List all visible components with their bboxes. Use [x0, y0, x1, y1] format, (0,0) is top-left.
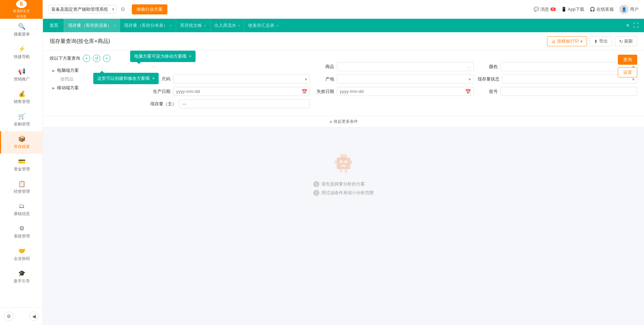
phone-icon: 📱: [561, 7, 567, 12]
sidebar-item-label: 搜索菜单: [14, 32, 30, 37]
filter-row-4: 现存量（主）: [150, 99, 637, 108]
collapse-btn[interactable]: ∧ 收起更多条件: [329, 119, 358, 124]
origin-select[interactable]: [337, 74, 474, 84]
sidebar-item-sales[interactable]: 💰 销售管理: [0, 86, 43, 109]
goods-input[interactable]: [337, 62, 474, 71]
sidebar-item-system[interactable]: ⚙ 系统管理: [0, 221, 43, 243]
filter-field-origin: 产地: [314, 74, 474, 84]
system-selector-wrapper: 装备及固定资产辅助管理系统: [48, 5, 116, 13]
add-scheme-btn[interactable]: +: [83, 55, 90, 62]
exp-date-input[interactable]: [337, 87, 474, 96]
header: 装备及固定资产辅助管理系统 ⚙ 体验行业方案 💬 消息 6 📱 App下载 🎧 …: [43, 0, 644, 19]
operation-icon: 📋: [18, 180, 25, 187]
tab-inventory-dist[interactable]: 现存量（库存分布表） ×: [120, 19, 176, 32]
app-download-btn[interactable]: 📱 App下载: [561, 6, 584, 12]
refresh-label: 刷新: [624, 38, 633, 44]
fullscreen-btn[interactable]: ⛶: [632, 21, 640, 30]
size-select-wrapper: [173, 74, 310, 84]
calendar-icon[interactable]: 📅: [302, 89, 307, 94]
sidebar-item-quick[interactable]: ⚡ 快捷导航: [0, 41, 43, 64]
refresh-btn[interactable]: ↻ 刷新: [615, 36, 637, 46]
svg-rect-6: [350, 160, 352, 164]
filter-field-color: 颜色: [478, 62, 637, 71]
online-service-btn[interactable]: 🎧 在线客服: [590, 6, 614, 12]
tab-close-icon[interactable]: ×: [114, 24, 116, 28]
tab-inout-flow[interactable]: 出入库流水 ×: [210, 19, 244, 32]
qty-input-wrapper: [179, 99, 310, 108]
back-btn[interactable]: «: [103, 55, 110, 62]
filter-field-qty: 现存量（主）: [150, 99, 310, 108]
user-btn[interactable]: 👤 用户: [619, 5, 639, 14]
sidebar-item-guide[interactable]: 🎓 新手引导: [0, 266, 43, 288]
sidebar-item-label: 采购管理: [14, 121, 30, 127]
sidebar-logo: 6 畅通好生意 标准版: [0, 0, 43, 19]
hint-text-2: 用过滤条件来缩小分析范围: [321, 188, 374, 197]
notification-label: 消息: [540, 6, 549, 12]
tab-inventory-batch[interactable]: 库存批次账 ×: [176, 19, 210, 32]
tab-summary[interactable]: 收发存汇总表 ×: [244, 19, 282, 32]
user-label: 用户: [630, 6, 639, 12]
sidebar-item-finance[interactable]: 💳 资金管理: [0, 154, 43, 176]
tab-home[interactable]: 首页: [44, 19, 64, 32]
sidebar-item-label: 快捷导航: [14, 54, 30, 60]
reset-btn[interactable]: 设置: [618, 67, 637, 77]
tab-close-icon[interactable]: ×: [276, 24, 278, 28]
sidebar-item-operation[interactable]: 📋 经营管理: [0, 176, 43, 199]
search-actions: 查询 设置: [618, 55, 637, 77]
logo-sub: 标准版: [16, 14, 26, 19]
tab-inventory-status[interactable]: 现存量（库存状况表） ×: [64, 19, 120, 32]
filter-row-3: 生产日期 📅 失效日期 📅 批号: [150, 87, 637, 96]
close-tab-btn[interactable]: ×: [625, 21, 631, 30]
search-btn[interactable]: 查询: [618, 55, 637, 65]
sidebar-item-label: 基础信息: [14, 211, 30, 217]
sidebar-item-search[interactable]: 🔍 搜索菜单: [0, 19, 43, 41]
print-label: 按模板打印: [557, 38, 579, 44]
sidebar-item-label: 新手引导: [14, 278, 30, 284]
sub-tooltip-text: 这里可以创建和修改方案哦: [97, 75, 150, 82]
goods-dots-icon: ···: [467, 64, 471, 69]
prod-date-wrapper: 📅: [173, 87, 310, 96]
system-selector[interactable]: 装备及固定资产辅助管理系统: [48, 5, 116, 13]
qty-input[interactable]: [179, 99, 310, 108]
tab-close-icon[interactable]: ×: [204, 24, 206, 28]
svg-rect-0: [337, 158, 350, 169]
tab-close-icon[interactable]: ×: [238, 24, 240, 28]
color-select[interactable]: [500, 62, 637, 71]
industry-btn[interactable]: 体验行业方案: [132, 4, 167, 14]
filter-row-2: 尺码 产地: [150, 74, 637, 84]
sidebar-item-enterprise[interactable]: 🤝 企业协同: [0, 243, 43, 266]
export-btn[interactable]: ⬆ 导出: [590, 36, 612, 46]
page-title: 现存量查询(按仓库+商品): [50, 38, 110, 45]
notification-btn[interactable]: 💬 消息 6: [534, 6, 556, 12]
settings-icon[interactable]: ⚙: [120, 6, 125, 12]
size-select[interactable]: [173, 74, 310, 84]
goods-input-wrapper: ···: [337, 62, 474, 71]
calendar2-icon[interactable]: 📅: [465, 89, 471, 94]
prod-date-input[interactable]: [173, 87, 310, 96]
collapse-sidebar-btn[interactable]: ◀: [29, 312, 39, 321]
settings-btn[interactable]: ⚙: [4, 312, 13, 321]
collapse-label: 收起更多条件: [334, 119, 358, 124]
sidebar-item-base[interactable]: 🗂 基础信息: [0, 199, 43, 221]
tooltip1-close[interactable]: ×: [189, 54, 192, 59]
sidebar-item-marketing[interactable]: 📢 营销推广: [0, 64, 43, 86]
tooltip2-close[interactable]: ×: [152, 76, 155, 81]
app-download-label: App下载: [568, 6, 584, 12]
status-select[interactable]: [502, 74, 637, 84]
empty-state: 1 请先选择要分析的方案 2 用过滤条件来缩小分析范围: [43, 127, 644, 217]
page-header: 现存量查询(按仓库+商品) 🖨 按模板打印 ▾ ⬆ 导出 ↻ 刷新: [43, 32, 644, 51]
scheme-mobile-label: 移动端方案: [57, 85, 79, 91]
batch-input[interactable]: [500, 87, 637, 96]
qty-label: 现存量（主）: [150, 101, 176, 107]
print-dropdown-icon: ▾: [580, 39, 583, 44]
print-btn[interactable]: 🖨 按模板打印 ▾: [547, 36, 587, 46]
sidebar-item-inventory[interactable]: 📦 库存核算: [0, 131, 43, 154]
sidebar-item-purchase[interactable]: 🛒 采购管理: [0, 109, 43, 131]
tab-label: 出入库流水: [214, 22, 236, 29]
filter-panel: 按以下方案查询 + ↺ « 电脑方案可设为移动方案哦 × ▶ 电脑端方案 按照品: [43, 51, 644, 116]
tab-bar: 首页 现存量（库存状况表） × 现存量（库存分布表） × 库存批次账 × 出入库…: [43, 19, 644, 32]
batch-input-wrapper: [500, 87, 637, 96]
hint-text-1: 请先选择要分析的方案: [321, 180, 365, 188]
edit-scheme-btn[interactable]: ↺: [93, 55, 100, 62]
tab-close-icon[interactable]: ×: [170, 24, 172, 28]
